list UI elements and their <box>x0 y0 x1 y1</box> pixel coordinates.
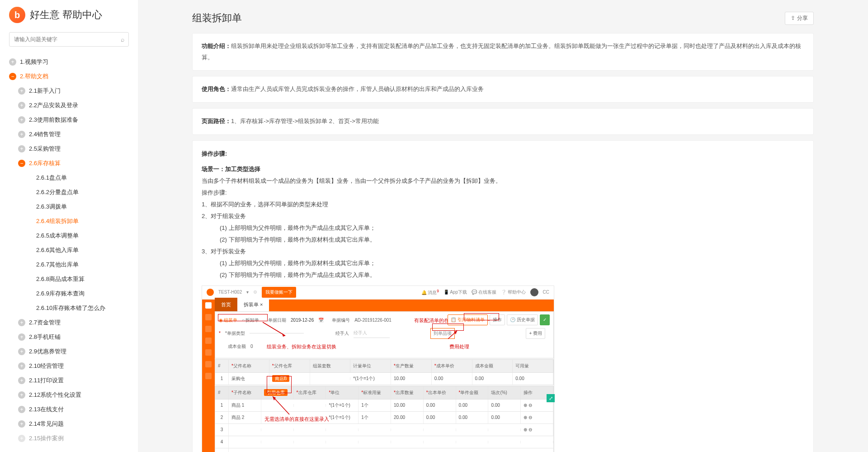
nav-label: 2.6.8商品成本重算 <box>36 275 85 283</box>
ss-th: 可用量 <box>513 360 553 372</box>
nav-2-7[interactable]: +2.7资金管理 <box>9 315 129 330</box>
search-icon[interactable]: ⌕ <box>121 36 124 43</box>
ss-side-icon <box>205 314 212 320</box>
sub-steps-label: 操作步骤: <box>202 187 804 199</box>
plus-icon: + <box>18 435 25 442</box>
ss-parent-table: # 父件名称 父件仓库 组装套数 计量单位 生产数量 成本单价 成本金额 可用量 <box>215 359 554 385</box>
path-card: 页面路径：1、库存核算->库存管理->组装拆卸单 2、首页->常用功能 <box>192 108 814 135</box>
nav-label: 2.2产品安装及登录 <box>29 101 78 109</box>
nav-2-6-2[interactable]: 2.6.2分量盘点单 <box>9 185 129 200</box>
ss-td: *(1个=1个) <box>326 412 359 423</box>
ss-td: 0.00 <box>432 373 472 385</box>
plus-icon: + <box>18 131 25 138</box>
nav-2-6[interactable]: −2.6库存核算 <box>9 156 129 171</box>
nav-2-6-4[interactable]: 2.6.4组装拆卸单 <box>9 214 129 228</box>
ss-th: 父件名称 <box>229 360 269 372</box>
annot-right: 费用处理 <box>449 342 469 352</box>
ss-side-icon <box>205 361 212 367</box>
nav-label: 2.6.6其他入库单 <box>36 246 79 254</box>
ss-td: 0.00 <box>488 412 521 423</box>
ss-tab-active: 拆装单 × <box>237 298 269 311</box>
nav-2-4[interactable]: +2.4销售管理 <box>9 127 129 142</box>
nav-label: 2.15操作案例 <box>29 434 64 442</box>
ss-cost-label: 成本金额 <box>228 342 246 351</box>
role-label: 使用角色： <box>202 86 231 92</box>
nav-docs[interactable]: −2.帮助文档 <box>9 69 129 84</box>
plus-icon: + <box>18 377 25 384</box>
ss-td: 0.00 <box>472 373 513 385</box>
nav-2-13[interactable]: +2.13在线支付 <box>9 402 129 417</box>
nav-label: 2.5采购管理 <box>29 145 61 153</box>
ss-td: 10.00 <box>391 373 432 385</box>
plus-icon: + <box>18 102 25 109</box>
search-box: ⌕ <box>9 32 129 47</box>
ss-form: 📋 引用物料清单 操作 🕐 历史单据 ✓ ◉ 组装单 ○ 拆卸单 单据日期 20… <box>215 311 554 358</box>
ss-side-icon <box>205 326 212 332</box>
ss-td: 0.00 <box>488 400 521 411</box>
nav-label: 2.9优惠券管理 <box>29 347 66 356</box>
nav-label: 2.14常见问题 <box>29 420 64 428</box>
ss-service: 💬 在线客服 <box>472 288 496 297</box>
nav-video[interactable]: +1.视频学习 <box>9 55 129 69</box>
nav-label: 2.12系统个性化设置 <box>29 391 81 399</box>
nav-2-10[interactable]: +2.10经营管理 <box>9 359 129 373</box>
nav-2-6-1[interactable]: 2.6.1盘点单 <box>9 171 129 185</box>
plus-icon: + <box>18 391 25 399</box>
plus-icon: + <box>18 145 25 152</box>
minus-icon: − <box>9 73 16 80</box>
nav-label: 2.6.10库存账本错了怎么办 <box>36 304 105 312</box>
ss-td: 南店B <box>272 375 290 382</box>
ss-th: 标准用量 <box>359 386 391 399</box>
nav-2-14[interactable]: +2.14常见问题 <box>9 417 129 431</box>
nav-label: 2.6.3调拨单 <box>36 203 67 211</box>
ss-th: 引用仓库 <box>264 389 288 396</box>
role-text: 通常由生产人员或库管人员完成拆装业务的操作，库管人员确认原材料的出库和产成品的入… <box>231 86 484 92</box>
nav-2-6-10[interactable]: 2.6.10库存账本错了怎么办 <box>9 301 129 315</box>
nav-2-2[interactable]: +2.2产品安装及登录 <box>9 98 129 113</box>
ss-th: 成本金额 <box>472 360 513 372</box>
nav-2-11[interactable]: +2.11打印设置 <box>9 373 129 388</box>
ss-td: 0.00 <box>456 400 489 411</box>
search-input[interactable] <box>9 32 129 47</box>
nav-label: 2.6.5成本调整单 <box>36 232 79 240</box>
nav-label: 2.6库存核算 <box>29 159 61 167</box>
intro-card: 功能介绍：组装拆卸单用来处理企业组装或拆卸等加工业务，支持有固定装配清单的产品加… <box>192 33 814 71</box>
nav-2-12[interactable]: +2.12系统个性化设置 <box>9 388 129 402</box>
scene-desc: 当由多个子件材料组装成一个成品的业务为【组装】业务，当由一个父件拆分成多个子产品… <box>202 175 804 187</box>
plus-icon: + <box>18 116 25 124</box>
nav-2-6-5[interactable]: 2.6.5成本调整单 <box>9 228 129 243</box>
nav-2-3[interactable]: +2.3使用前数据准备 <box>9 113 129 127</box>
ss-material-btn: 📋 引用物料清单 <box>448 314 488 325</box>
nav-2-9[interactable]: +2.9优惠券管理 <box>9 344 129 359</box>
share-button[interactable]: ⇪分享 <box>785 12 814 25</box>
role-card: 使用角色：通常由生产人员或库管人员完成拆装业务的操作，库管人员确认原材料的出库和… <box>192 76 814 103</box>
expand-icon: ⤢ <box>547 394 555 402</box>
ss-th: 子件名称 <box>229 386 261 399</box>
ss-sidebar <box>202 300 215 452</box>
ss-help: ❔ 帮助中心 <box>501 288 526 297</box>
nav-2-15[interactable]: +2.15操作案例 <box>9 431 129 446</box>
ss-th: 单位 <box>326 386 359 399</box>
logo-icon: b <box>9 7 25 23</box>
ss-tabs: 首页 拆装单 × <box>215 300 554 311</box>
ss-td: 0.00 <box>424 400 456 411</box>
nav-2-6-9[interactable]: 2.6.9库存账本查询 <box>9 286 129 301</box>
nav-2-5[interactable]: +2.5采购管理 <box>9 142 129 156</box>
annot-mid: 组装业务、拆卸业务在这里切换 <box>267 342 336 352</box>
nav-2-1[interactable]: +2.1新手入门 <box>9 84 129 98</box>
ss-store: TEST-H002 <box>218 288 242 297</box>
nav-2-8[interactable]: +2.8手机旺铺 <box>9 330 129 344</box>
ss-side-icon <box>205 338 212 344</box>
nav-2-6-8[interactable]: 2.6.8商品成本重算 <box>9 272 129 286</box>
ss-th: 计量单位 <box>350 360 391 372</box>
nav-2-6-7[interactable]: 2.6.7其他出库单 <box>9 257 129 272</box>
avatar-icon <box>530 288 538 296</box>
nav-2-6-3[interactable]: 2.6.3调拨单 <box>9 200 129 214</box>
nav-2-6-6[interactable]: 2.6.6其他入库单 <box>9 243 129 257</box>
ss-side-icon <box>205 349 212 356</box>
nav-label: 2.6.1盘点单 <box>36 174 67 182</box>
ss-th: 场次(%) <box>488 386 521 399</box>
ss-td: 商品 1 <box>229 400 261 411</box>
steps-title: 操作步骤: <box>202 148 804 160</box>
ss-user: CC <box>543 288 549 297</box>
